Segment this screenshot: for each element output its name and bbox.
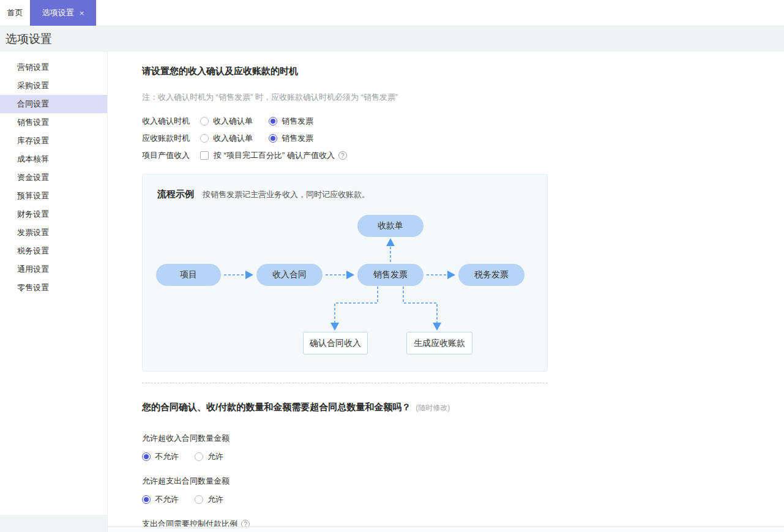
radio-checked-icon <box>269 134 277 143</box>
sidebar-item-costing[interactable]: 成本核算 <box>0 150 107 168</box>
radio-disallow[interactable]: 不允许 <box>142 494 179 505</box>
question-options: 不允许 允许 <box>142 494 784 505</box>
tab-bar: 首页 选项设置 × <box>0 0 784 26</box>
radio-sales-invoice[interactable]: 销售发票 <box>269 116 313 127</box>
radio-disallow[interactable]: 不允许 <box>142 451 179 462</box>
page-title-bar: 选项设置 <box>0 26 784 52</box>
question-options: 不允许 允许 <box>142 451 784 462</box>
settings-content: 请设置您的收入确认及应收账款的时机 注：收入确认时机为 “销售发票” 时，应收账… <box>108 52 784 532</box>
radio-sales-invoice[interactable]: 销售发票 <box>269 133 313 144</box>
radio-icon <box>200 134 209 143</box>
radio-label: 销售发票 <box>282 116 313 127</box>
radio-label: 收入确认单 <box>213 116 253 127</box>
row-label: 应收账款时机 <box>142 133 200 144</box>
radio-checked-icon <box>142 495 151 504</box>
sidebar-item-tax[interactable]: 税务设置 <box>0 242 107 260</box>
radio-income-confirm-doc[interactable]: 收入确认单 <box>200 116 253 127</box>
section-heading-limits: 您的合同确认、收/付款的数量和金额需要超合同总数量和金额吗？ (随时修改) <box>142 402 784 413</box>
question-title: 允许超支出合同数量金额 <box>142 476 784 487</box>
checkbox-project-completion[interactable] <box>200 151 209 160</box>
radio-icon <box>195 452 203 461</box>
radio-checked-icon <box>269 117 277 126</box>
settings-sidebar: 营销设置 采购设置 合同设置 销售设置 库存设置 成本核算 资金设置 预算设置 … <box>0 52 108 532</box>
flow-node-confirm-contract-income: 确认合同收入 <box>303 332 368 354</box>
sidebar-bottom-strip <box>0 515 107 532</box>
flow-node-generate-receivable: 生成应收账款 <box>406 332 472 354</box>
sidebar-item-marketing[interactable]: 营销设置 <box>0 58 107 77</box>
radio-label: 不允许 <box>155 494 179 505</box>
row-project-output-income: 项目产值收入 按 “项目完工百分比” 确认产值收入 ? <box>142 147 784 164</box>
page-title: 选项设置 <box>6 31 52 47</box>
question-over-income-contract: 允许超收入合同数量金额 不允许 允许 <box>142 433 784 462</box>
timing-form: 收入确认时机 收入确认单 销售发票 应收账款时机 收入确认单 <box>142 113 784 164</box>
sidebar-item-purchase[interactable]: 采购设置 <box>0 77 107 95</box>
radio-label: 不允许 <box>155 451 179 462</box>
dashed-divider <box>142 383 548 383</box>
radio-allow[interactable]: 允许 <box>195 494 223 505</box>
radio-checked-icon <box>142 452 151 461</box>
flow-node-receipt: 收款单 <box>357 215 424 237</box>
main-layout: 营销设置 采购设置 合同设置 销售设置 库存设置 成本核算 资金设置 预算设置 … <box>0 52 784 532</box>
section-heading-timing: 请设置您的收入确认及应收账款的时机 <box>142 66 784 77</box>
radio-allow[interactable]: 允许 <box>195 451 223 462</box>
radio-icon <box>200 117 209 126</box>
flow-node-project: 项目 <box>156 264 221 286</box>
flow-node-tax-invoice: 税务发票 <box>458 264 525 286</box>
sidebar-item-retail[interactable]: 零售设置 <box>0 279 107 297</box>
tab-options-settings[interactable]: 选项设置 × <box>30 0 96 26</box>
timing-note: 注：收入确认时机为 “销售发票” 时，应收账款确认时机必须为 “销售发票” <box>142 92 784 103</box>
row-income-confirm-timing: 收入确认时机 收入确认单 销售发票 <box>142 113 784 130</box>
close-icon[interactable]: × <box>80 9 84 17</box>
sidebar-item-general[interactable]: 通用设置 <box>0 260 107 279</box>
tab-label: 选项设置 <box>42 7 74 18</box>
limits-heading-text: 您的合同确认、收/付款的数量和金额需要超合同总数量和金额吗？ <box>142 402 411 413</box>
sidebar-item-budget[interactable]: 预算设置 <box>0 187 107 205</box>
sidebar-item-finance[interactable]: 财务设置 <box>0 205 107 223</box>
limits-heading-hint: (随时修改) <box>416 403 450 413</box>
content-bottom-strip <box>108 526 784 532</box>
flow-node-sales-invoice: 销售发票 <box>357 264 424 286</box>
question-over-expense-contract: 允许超支出合同数量金额 不允许 允许 <box>142 476 784 505</box>
sidebar-item-inventory[interactable]: 库存设置 <box>0 132 107 150</box>
tab-home[interactable]: 首页 <box>0 0 30 26</box>
checkbox-label: 按 “项目完工百分比” 确认产值收入 <box>214 150 335 161</box>
sidebar-item-contract[interactable]: 合同设置 <box>0 95 107 113</box>
row-receivable-timing: 应收账款时机 收入确认单 销售发票 <box>142 130 784 147</box>
flow-node-income-contract: 收入合同 <box>256 264 323 286</box>
sidebar-item-funds[interactable]: 资金设置 <box>0 168 107 187</box>
help-icon[interactable]: ? <box>338 151 347 160</box>
sidebar-item-invoice[interactable]: 发票设置 <box>0 223 107 242</box>
radio-label: 收入确认单 <box>213 133 253 144</box>
radio-icon <box>195 495 203 504</box>
radio-label: 销售发票 <box>282 133 313 144</box>
question-title: 允许超收入合同数量金额 <box>142 433 784 444</box>
row-label: 项目产值收入 <box>142 150 200 161</box>
sidebar-item-sales[interactable]: 销售设置 <box>0 113 107 132</box>
radio-income-confirm-doc[interactable]: 收入确认单 <box>200 133 253 144</box>
flow-example-panel: 流程示例 按销售发票记主营业务收入，同时记应收账款。 收 <box>142 174 548 372</box>
radio-label: 允许 <box>207 451 223 462</box>
row-label: 收入确认时机 <box>142 116 200 127</box>
radio-label: 允许 <box>207 494 223 505</box>
